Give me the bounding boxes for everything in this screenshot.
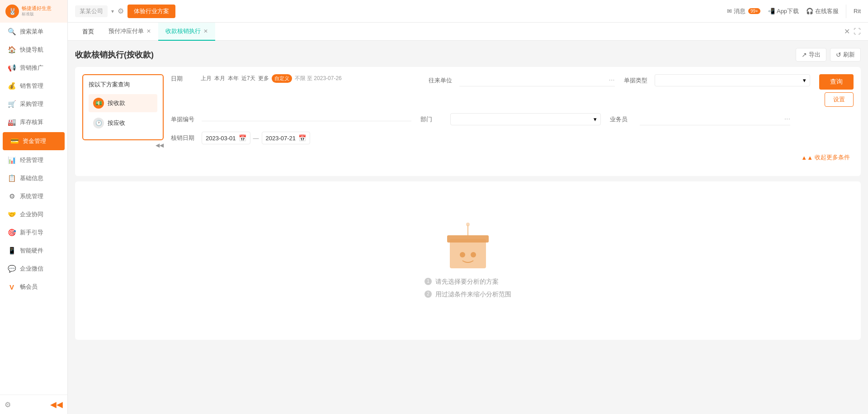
sidebar-item-member[interactable]: V 畅会员 — [0, 278, 67, 296]
filter-option-receipt-label: 按收款 — [108, 99, 125, 107]
sidebar-item-collab[interactable]: 🤝 企业协同 — [0, 205, 67, 224]
counterpart-dots-icon[interactable]: ··· — [609, 76, 614, 84]
sidebar-item-marketing[interactable]: 📢 营销推广 — [0, 59, 67, 77]
export-icon: ↗ — [802, 51, 807, 58]
dropdown-arrow-icon[interactable]: ▾ — [111, 8, 114, 14]
staff-dots-icon[interactable]: ··· — [784, 115, 790, 123]
purchase-icon: 🛒 — [7, 100, 16, 109]
hint-num-2: 2 — [425, 290, 432, 298]
guide-icon: 🎯 — [7, 228, 16, 237]
staff-input[interactable]: ··· — [640, 113, 790, 125]
sidebar-item-guide[interactable]: 🎯 新手引导 — [0, 224, 67, 242]
service-label: 在线客服 — [815, 7, 839, 15]
sidebar-item-search[interactable]: 🔍 搜索菜单 — [0, 23, 67, 41]
tab-collection-close-icon[interactable]: ✕ — [203, 28, 208, 34]
sidebar-item-label: 资金管理 — [23, 137, 46, 145]
basic-info-icon: 📋 — [7, 174, 16, 183]
sidebar-item-label: 搜索菜单 — [20, 28, 43, 36]
sidebar-item-inventory[interactable]: 🏭 库存核算 — [0, 113, 67, 131]
tab-prepay-close-icon[interactable]: ✕ — [146, 28, 151, 34]
date-shortcut-this-year[interactable]: 本年 — [228, 75, 239, 82]
sidebar-item-label: 企业微信 — [20, 265, 43, 273]
company-name[interactable]: 某某公司 — [75, 5, 108, 17]
dept-select[interactable]: ▾ — [450, 113, 601, 125]
voucher-no-label: 单据编号 — [171, 115, 194, 124]
filter-row-voucher-no: 单据编号 — [171, 115, 411, 124]
app-download-action[interactable]: 📲 App下载 — [768, 7, 799, 15]
collapse-more-button[interactable]: ▲▲ 收起更多条件 — [797, 150, 854, 165]
tabs-right-actions: ✕ ⛶ — [844, 27, 861, 36]
sidebar-bottom: ⚙ ◀◀ — [0, 395, 67, 414]
user-name[interactable]: Rit — [854, 8, 861, 14]
verify-date-end-input[interactable]: 2023-07-21 📅 — [262, 132, 311, 144]
counterpart-input[interactable]: ··· — [459, 74, 615, 86]
refresh-icon: ↺ — [836, 51, 841, 58]
collapse-icon: ◀◀ — [156, 142, 164, 148]
sidebar-item-quick-nav[interactable]: 🏠 快捷导航 — [0, 41, 67, 59]
filter-option-by-receipt[interactable]: 💵 按收款 — [89, 94, 157, 112]
inventory-icon: 🏭 — [7, 118, 16, 127]
verify-date-range: 2023-03-01 📅 — 2023-07-21 📅 — [202, 132, 310, 144]
service-icon: 🎧 — [806, 8, 813, 14]
date-shortcut-last-month[interactable]: 上月 — [201, 75, 212, 82]
home-icon: 🏠 — [7, 45, 16, 54]
settings-button[interactable]: 设置 — [825, 92, 854, 107]
logo-text: 畅捷通好生意 — [22, 5, 52, 11]
filter-option-by-receivable[interactable]: 🕐 按应收 — [89, 114, 157, 132]
header-gear-icon[interactable]: ⚙ — [118, 7, 124, 15]
sidebar-item-purchase[interactable]: 🛒 采购管理 — [0, 95, 67, 113]
search-icon: 🔍 — [7, 27, 16, 36]
sidebar-item-finance[interactable]: 💳 资金管理 — [3, 132, 65, 150]
query-button[interactable]: 查询 — [819, 74, 854, 90]
query-buttons: 查询 设置 — [819, 74, 854, 107]
refresh-button[interactable]: ↺ 刷新 — [830, 48, 861, 62]
receipt-icon: 💵 — [93, 98, 104, 109]
message-icon: ✉ — [727, 8, 732, 14]
tab-home[interactable]: 首页 — [75, 23, 101, 41]
sidebar-item-sales[interactable]: 💰 销售管理 — [0, 77, 67, 95]
voucher-no-input[interactable] — [202, 117, 411, 121]
system-icon: ⚙ — [7, 192, 16, 201]
date-shortcut-this-month[interactable]: 本月 — [214, 75, 225, 82]
tabs-bar: 首页 预付冲应付单 ✕ 收款核销执行 ✕ ✕ ⛶ — [68, 23, 868, 41]
filter-panel: 按以下方案查询 💵 按收款 🕐 按应收 ◀◀ — [75, 67, 861, 176]
dept-label: 部门 — [420, 115, 443, 124]
sidebar-settings-icon[interactable]: ⚙ — [5, 400, 11, 409]
tab-collection-label: 收款核销执行 — [165, 27, 201, 35]
filter-row-staff: 业务员 ··· — [610, 113, 790, 125]
tabs-close-window-icon[interactable]: ✕ — [844, 27, 850, 36]
date-custom-tag[interactable]: 自定义 — [272, 74, 292, 83]
date-shortcut-more[interactable]: 更多 — [258, 75, 269, 82]
sidebar-item-basic-info[interactable]: 📋 基础信息 — [0, 169, 67, 187]
solution-button[interactable]: 体验行业方案 — [127, 5, 175, 18]
page-actions: ↗ 导出 ↺ 刷新 — [796, 48, 861, 62]
export-button[interactable]: ↗ 导出 — [796, 48, 826, 62]
svg-point-2 — [460, 252, 465, 257]
filter-row-verify-date: 核销日期 2023-03-01 📅 — 2023-07-21 — [171, 132, 415, 144]
collapse-more-label: 收起更多条件 — [815, 153, 850, 162]
sidebar-item-label: 经营管理 — [20, 156, 43, 164]
voucher-type-select[interactable]: ▾ — [655, 74, 810, 86]
staff-label: 业务员 — [610, 115, 632, 124]
sidebar-collapse-icon[interactable]: ◀◀ — [50, 400, 63, 409]
sidebar-menu: 🔍 搜索菜单 🏠 快捷导航 📢 营销推广 💰 销售管理 🛒 采购管理 🏭 库存核… — [0, 23, 67, 395]
filter-row-dept: 部门 ▾ — [420, 113, 601, 125]
sidebar-item-system[interactable]: ⚙ 系统管理 — [0, 187, 67, 205]
sidebar-item-wechat[interactable]: 💬 企业微信 — [0, 260, 67, 278]
svg-point-5 — [466, 223, 470, 226]
tabs-expand-icon[interactable]: ⛶ — [854, 28, 861, 36]
tab-collection[interactable]: 收款核销执行 ✕ — [158, 23, 215, 41]
sidebar-item-hardware[interactable]: 📱 智能硬件 — [0, 242, 67, 260]
date-shortcut-7-days[interactable]: 近7天 — [241, 75, 255, 82]
filter-rows: 日期 上月 本月 本年 近7天 更多 自定义 不限 至 2023-07-26 — [171, 74, 854, 144]
customer-service-action[interactable]: 🎧 在线客服 — [806, 7, 839, 15]
filter-row-voucher-type: 单据类型 ▾ — [624, 74, 810, 86]
verify-date-start-input[interactable]: 2023-03-01 📅 — [202, 132, 250, 144]
tab-prepay[interactable]: 预付冲应付单 ✕ — [101, 23, 158, 41]
svg-point-3 — [471, 252, 476, 257]
sidebar-item-label: 库存核算 — [20, 118, 43, 126]
filter-panel-collapse[interactable]: ◀◀ — [82, 140, 164, 148]
sidebar-item-label: 畅会员 — [20, 283, 38, 291]
sidebar-item-business[interactable]: 📊 经营管理 — [0, 151, 67, 169]
message-action[interactable]: ✉ 消息 99+ — [727, 7, 760, 15]
